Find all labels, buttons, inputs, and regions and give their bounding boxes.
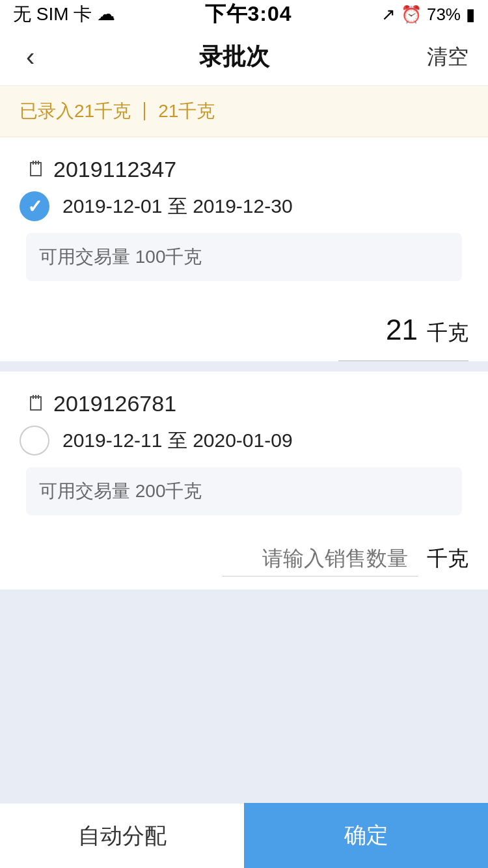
info-divider — [144, 102, 145, 120]
input-row-2: 千克 — [0, 535, 488, 590]
batch-id-icon-2: 🗒 — [26, 392, 47, 416]
info-label: 已录入21千克 — [20, 99, 131, 124]
amount-row-1: 21 千克 — [0, 301, 488, 360]
status-time: 下午3:04 — [205, 0, 292, 29]
batch-id-row-1: 🗒 2019112347 — [20, 157, 468, 182]
back-button[interactable]: ‹ — [20, 36, 41, 78]
batch-date-text-2: 2019-12-11 至 2020-01-09 — [62, 427, 293, 454]
batch-card-1: 🗒 2019112347 2019-12-01 至 2019-12-30 可用交… — [0, 137, 488, 361]
status-right: ↗ ⏰ 73% ▮ — [381, 5, 475, 25]
batch-card-2: 🗒 2019126781 2019-12-11 至 2020-01-09 可用交… — [0, 372, 488, 590]
alarm-icon: ⏰ — [401, 5, 422, 25]
battery-level: 73% — [427, 5, 461, 25]
location-icon: ↗ — [381, 5, 396, 25]
amount-unit-1: 千克 — [427, 319, 468, 347]
qty-input-2[interactable] — [223, 541, 418, 576]
page-title: 录批次 — [199, 41, 269, 73]
sim-status: 无 SIM 卡 ☁ — [13, 2, 115, 27]
status-bar: 无 SIM 卡 ☁ 下午3:04 ↗ ⏰ 73% ▮ — [0, 0, 488, 29]
qty-unit-2: 千克 — [427, 545, 468, 573]
batch-date-text-1: 2019-12-01 至 2019-12-30 — [62, 193, 293, 220]
auto-distribute-button[interactable]: 自动分配 — [0, 803, 244, 868]
bottom-area — [0, 590, 488, 811]
batch-id-row-2: 🗒 2019126781 — [20, 391, 468, 416]
confirm-button[interactable]: 确定 — [244, 803, 488, 868]
radio-checked-1[interactable] — [20, 191, 49, 221]
batch-id-icon-1: 🗒 — [26, 157, 47, 182]
batch-date-row-1: 2019-12-01 至 2019-12-30 — [20, 191, 468, 221]
info-banner: 已录入21千克 21千克 — [0, 86, 488, 137]
battery-icon: ▮ — [466, 5, 475, 25]
info-value: 21千克 — [158, 99, 215, 124]
status-left: 无 SIM 卡 ☁ — [13, 2, 115, 27]
batch-date-row-2: 2019-12-11 至 2020-01-09 — [20, 426, 468, 455]
bottom-buttons: 自动分配 确定 — [0, 803, 488, 868]
clear-button[interactable]: 清空 — [427, 43, 468, 72]
batch-available-2: 可用交易量 200千克 — [26, 467, 462, 515]
batch-item-1: 🗒 2019112347 2019-12-01 至 2019-12-30 可用交… — [0, 137, 488, 301]
amount-value-1: 21 — [386, 314, 418, 346]
content: 🗒 2019112347 2019-12-01 至 2019-12-30 可用交… — [0, 137, 488, 868]
radio-unchecked-2[interactable] — [20, 426, 49, 455]
batch-id-text-1: 2019112347 — [53, 157, 176, 182]
batch-available-1: 可用交易量 100千克 — [26, 233, 462, 281]
batch-id-text-2: 2019126781 — [53, 391, 176, 416]
batch-item-2: 🗒 2019126781 2019-12-11 至 2020-01-09 可用交… — [0, 372, 488, 535]
section-divider — [0, 361, 488, 372]
nav-bar: ‹ 录批次 清空 — [0, 29, 488, 86]
